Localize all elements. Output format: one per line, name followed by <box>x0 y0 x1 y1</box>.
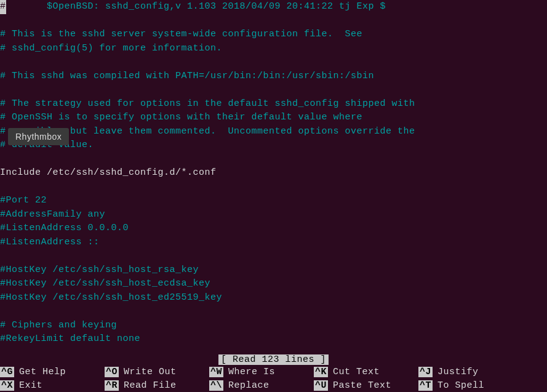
line-text: #ListenAddress :: <box>0 237 100 247</box>
shortcut-key: ^W <box>209 367 223 377</box>
editor-line[interactable]: #ListenAddress :: <box>0 236 547 250</box>
editor-content[interactable]: # $OpenBSD: sshd_config,v 1.103 2018/04/… <box>0 0 547 346</box>
line-text <box>0 250 6 261</box>
line-text <box>0 306 6 316</box>
shortcut-item[interactable]: ^JJustify <box>418 367 523 377</box>
line-text: #HostKey /etc/ssh/ssh_host_ed25519_key <box>0 292 222 303</box>
cursor-highlight: # <box>0 0 6 14</box>
editor-line[interactable]: #Port 22 <box>0 194 547 208</box>
editor-line[interactable] <box>0 55 547 70</box>
line-text: # This is the sshd server system-wide co… <box>0 29 362 39</box>
editor-line[interactable] <box>0 83 547 97</box>
shortcut-label: Where Is <box>228 367 275 377</box>
line-text: Include /etc/ssh/sshd_config.d/*.conf <box>0 167 217 178</box>
editor-line[interactable]: # This is the sshd server system-wide co… <box>0 28 547 42</box>
shortcut-key: ^O <box>105 367 119 377</box>
shortcut-label: Get Help <box>19 367 66 377</box>
line-text: # This sshd was compiled with PATH=/usr/… <box>0 71 374 81</box>
line-text: #Port 22 <box>0 195 47 206</box>
shortcut-key: ^J <box>418 367 433 377</box>
shortcut-label: Justify <box>437 367 479 377</box>
shortcut-label: Read File <box>124 380 177 391</box>
shortcut-key: ^G <box>0 367 14 377</box>
shortcut-bar: ^GGet Help^OWrite Out^WWhere Is^KCut Tex… <box>0 365 547 392</box>
line-text <box>0 154 6 164</box>
shortcut-item[interactable]: ^GGet Help <box>0 367 105 377</box>
editor-line[interactable]: # Ciphers and keying <box>0 319 547 333</box>
line-text: #ListenAddress 0.0.0.0 <box>0 223 129 233</box>
shortcut-key: ^X <box>0 380 14 391</box>
shortcut-key: ^K <box>314 367 328 377</box>
shortcut-item[interactable]: ^XExit <box>0 380 105 391</box>
shortcut-label: To Spell <box>437 380 484 391</box>
shortcut-item[interactable]: ^\Replace <box>209 380 314 391</box>
editor-line[interactable]: # OpenSSH is to specify options with the… <box>0 111 547 125</box>
line-text <box>0 57 6 67</box>
editor-line[interactable] <box>0 153 547 167</box>
editor-line[interactable]: Include /etc/ssh/sshd_config.d/*.conf <box>0 166 547 180</box>
editor-line[interactable] <box>0 305 547 319</box>
line-text: #AddressFamily any <box>0 209 105 220</box>
shortcut-item[interactable]: ^TTo Spell <box>418 380 523 391</box>
shortcut-key: ^T <box>418 380 433 391</box>
editor-line[interactable] <box>0 249 547 263</box>
line-text: # Ciphers and keying <box>0 320 117 330</box>
shortcut-label: Cut Text <box>333 367 380 377</box>
line-text: # sshd_config(5) for more information. <box>0 43 222 54</box>
tooltip: Rhythmbox <box>8 128 69 145</box>
editor-line[interactable]: #HostKey /etc/ssh/ssh_host_ecdsa_key <box>0 277 547 291</box>
editor-line[interactable]: # possible, but leave them commented. Un… <box>0 125 547 139</box>
line-text: $OpenBSD: sshd_config,v 1.103 2018/04/09… <box>6 1 386 12</box>
shortcut-label: Replace <box>228 380 270 391</box>
shortcut-item[interactable]: ^UPaste Text <box>314 380 418 391</box>
line-text: #RekeyLimit default none <box>0 334 140 344</box>
line-text: # The strategy used for options in the d… <box>0 98 415 109</box>
shortcut-row-1: ^GGet Help^OWrite Out^WWhere Is^KCut Tex… <box>0 365 547 378</box>
line-text: # OpenSSH is to specify options with the… <box>0 112 362 122</box>
shortcut-item[interactable]: ^OWrite Out <box>105 367 209 377</box>
status-line: [ Read 123 lines ] <box>0 354 547 365</box>
editor-line[interactable]: # $OpenBSD: sshd_config,v 1.103 2018/04/… <box>0 0 547 14</box>
editor-line[interactable]: #ListenAddress 0.0.0.0 <box>0 222 547 236</box>
shortcut-item[interactable]: ^WWhere Is <box>209 367 314 377</box>
editor-line[interactable] <box>0 14 547 28</box>
editor-line[interactable]: # The strategy used for options in the d… <box>0 97 547 111</box>
editor-line[interactable]: # sshd_config(5) for more information. <box>0 42 547 56</box>
shortcut-row-2: ^XExit^RRead File^\Replace^UPaste Text^T… <box>0 378 547 392</box>
editor-line[interactable]: # This sshd was compiled with PATH=/usr/… <box>0 70 547 84</box>
line-text <box>0 15 6 26</box>
editor-line[interactable]: #HostKey /etc/ssh/ssh_host_rsa_key <box>0 263 547 278</box>
shortcut-label: Write Out <box>124 367 177 377</box>
editor-line[interactable]: # default value. <box>0 138 547 153</box>
shortcut-item[interactable]: ^KCut Text <box>314 367 418 377</box>
shortcut-item[interactable]: ^RRead File <box>105 380 209 391</box>
editor-line[interactable]: #RekeyLimit default none <box>0 332 547 346</box>
shortcut-key: ^U <box>314 380 328 391</box>
editor-line[interactable]: #HostKey /etc/ssh/ssh_host_ed25519_key <box>0 291 547 305</box>
line-text <box>0 84 6 95</box>
line-text: #HostKey /etc/ssh/ssh_host_ecdsa_key <box>0 278 210 289</box>
status-text: [ Read 123 lines ] <box>218 354 329 365</box>
editor-line[interactable]: #AddressFamily any <box>0 208 547 222</box>
shortcut-label: Paste Text <box>333 380 391 391</box>
shortcut-key: ^R <box>105 380 119 391</box>
shortcut-label: Exit <box>19 380 42 391</box>
line-text: #HostKey /etc/ssh/ssh_host_rsa_key <box>0 265 199 275</box>
shortcut-key: ^\ <box>209 380 223 391</box>
editor-line[interactable] <box>0 180 547 194</box>
line-text <box>0 182 6 192</box>
